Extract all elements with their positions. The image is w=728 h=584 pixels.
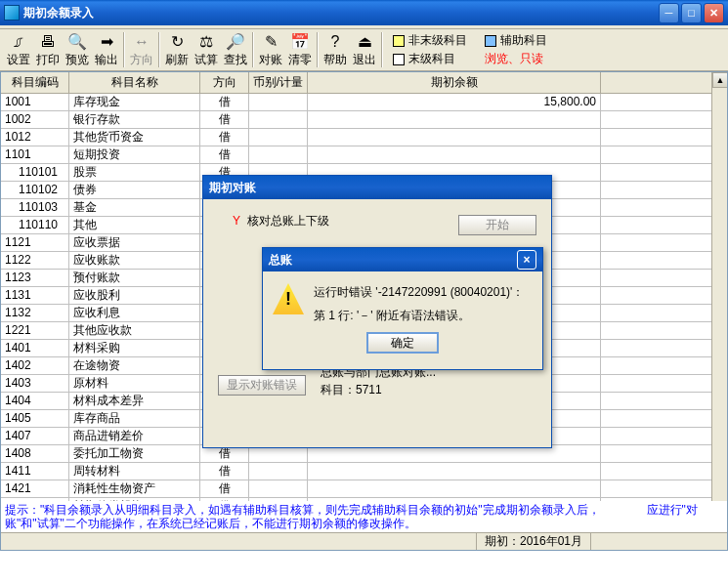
toolbar-打印[interactable]: 🖶打印	[33, 30, 63, 69]
toolbar-方向[interactable]: ↔方向	[127, 30, 156, 69]
toolbar-输出[interactable]: ➡输出	[92, 30, 121, 69]
toolbar-预览[interactable]: 🔍预览	[63, 30, 92, 69]
legend: 非末级科目 辅助科目 末级科目 浏览、只读	[393, 32, 547, 67]
col-cur[interactable]: 币别/计量	[249, 72, 308, 93]
hint-text: 提示："科目余额录入从明细科目录入，如遇有辅助科目核算，则先完成辅助科目余额的初…	[1, 501, 727, 532]
toolbar-设置[interactable]: ⎎设置	[4, 30, 33, 69]
toolbar-退出[interactable]: ⏏退出	[350, 30, 379, 69]
table-row[interactable]: 1411周转材料借	[1, 463, 727, 480]
ok-button[interactable]: 确定	[366, 332, 439, 354]
error-msg-line1: 运行时错误 '-2147220991 (80040201)'：	[314, 283, 524, 301]
period-value: 2016年01月	[520, 533, 582, 550]
toolbar-查找[interactable]: 🔎查找	[221, 30, 250, 69]
table-row[interactable]: 1101短期投资借	[1, 146, 727, 164]
col-code[interactable]: 科目编码	[1, 72, 69, 93]
legend-aux: 辅助科目	[500, 32, 547, 49]
flag-y: Y	[233, 214, 240, 228]
statusbar: 期初：2016年01月	[1, 532, 727, 550]
warning-icon	[273, 283, 304, 314]
legend-readonly: 浏览、只读	[485, 51, 543, 67]
period-label: 期初：	[485, 533, 520, 550]
col-bal[interactable]: 期初余额	[308, 72, 601, 93]
start-button[interactable]: 开始	[458, 215, 536, 235]
maximize-button[interactable]: □	[681, 3, 702, 23]
legend-leaf: 末级科目	[408, 51, 455, 67]
error-msg-line2: 第 1 行: '－' 附近有语法错误。	[314, 307, 524, 324]
toolbar-刷新[interactable]: ↻刷新	[162, 30, 192, 69]
dialog-error: 总账 × 运行时错误 '-2147220991 (80040201)'： 第 1…	[262, 247, 543, 370]
dialog-reconcile-title[interactable]: 期初对账	[203, 176, 551, 199]
close-button[interactable]: ✕	[704, 3, 724, 23]
legend-nonleaf: 非末级科目	[408, 32, 467, 49]
toolbar-对账[interactable]: ✎对账	[256, 30, 285, 69]
table-row[interactable]: 1012其他货币资金借	[1, 129, 727, 146]
reconcile-status: 核对总账上下级	[247, 214, 329, 228]
table-row[interactable]: 1421消耗性生物资产借	[1, 480, 727, 498]
scroll-up-button[interactable]: ▲	[712, 72, 728, 88]
toolbar-清零[interactable]: 📅清零	[285, 30, 315, 69]
scrollbar-vertical[interactable]: ▲ ▼	[711, 72, 727, 517]
dialog-error-title[interactable]: 总账 ×	[263, 248, 542, 271]
show-errors-button[interactable]: 显示对账错误	[218, 375, 306, 396]
table-row[interactable]: 1001库存现金借15,800.00	[1, 94, 727, 111]
grid-header: 科目编码 科目名称 方向 币别/计量 期初余额	[1, 72, 727, 94]
toolbar-帮助[interactable]: ?帮助	[321, 30, 350, 69]
table-row[interactable]: 1002银行存款借	[1, 111, 727, 129]
window-title: 期初余额录入	[23, 5, 94, 21]
minimize-button[interactable]: ─	[659, 3, 679, 23]
col-name[interactable]: 科目名称	[69, 72, 200, 93]
dialog-close-button[interactable]: ×	[517, 250, 536, 270]
toolbar: ⎎设置🖶打印🔍预览➡输出↔方向↻刷新⚖试算🔎查找✎对账📅清零?帮助⏏退出 非末级…	[0, 29, 728, 71]
col-dir[interactable]: 方向	[200, 72, 249, 93]
toolbar-试算[interactable]: ⚖试算	[192, 30, 221, 69]
reconcile-line3: 科目：5711	[321, 382, 382, 398]
titlebar: 期初余额录入 ─ □ ✕	[0, 0, 728, 25]
app-icon	[4, 5, 20, 21]
